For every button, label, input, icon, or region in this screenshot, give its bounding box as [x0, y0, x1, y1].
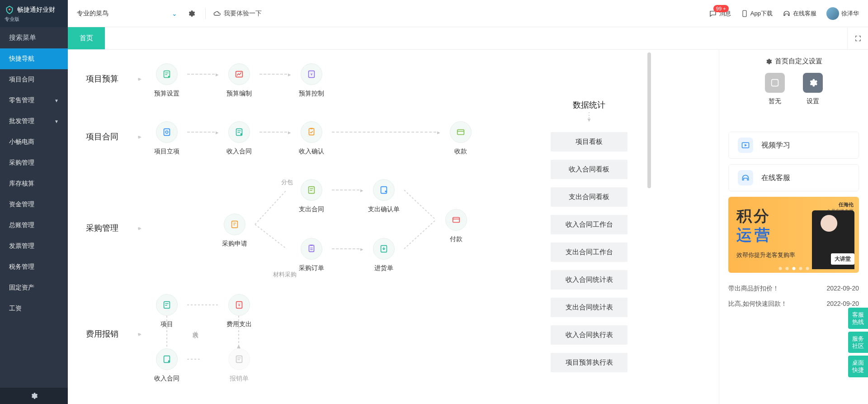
news-item[interactable]: 比高,如何快速回款！2022-09-20 [728, 296, 859, 312]
headset-icon [738, 170, 753, 185]
sidebar-item-fund[interactable]: 资金管理 [0, 194, 68, 215]
sidebar-item-retail[interactable]: 零售管理▼ [0, 90, 68, 111]
node-purchase-request[interactable]: 采购申请 [214, 214, 255, 248]
play-icon [738, 138, 753, 153]
svg-text:¥: ¥ [238, 303, 241, 307]
sidebar-item-project-contract[interactable]: 项目合同 [0, 69, 68, 90]
svg-rect-20 [453, 218, 460, 223]
stat-income-workbench[interactable]: 收入合同工作台 [551, 215, 627, 234]
phone-icon [741, 10, 748, 18]
stat-budget-exec[interactable]: 项目预算执行表 [551, 353, 627, 372]
sidebar-item-inventory[interactable]: 库存核算 [0, 173, 68, 194]
stat-expense-board[interactable]: 支出合同看板 [551, 187, 627, 207]
sidebar-item-ecommerce[interactable]: 小畅电商 [0, 132, 68, 152]
svg-point-0 [9, 9, 10, 10]
node-expense-confirm[interactable]: 支出确认单 [363, 179, 404, 214]
node-payment[interactable]: 付款 [436, 209, 476, 243]
news-item[interactable]: 带出商品折扣价！2022-09-20 [728, 281, 859, 296]
stat-income-exec[interactable]: 收入合同执行表 [551, 325, 627, 345]
node-reimburse[interactable]: 报销单 [219, 348, 259, 383]
online-support-button[interactable]: 在线客服 [783, 10, 816, 18]
carousel-dots[interactable] [778, 267, 809, 270]
annot-relation: 关联 [192, 327, 200, 328]
avatar [826, 7, 839, 20]
try-demo-button[interactable]: 我要体验一下 [213, 10, 262, 18]
messages-badge: 99 + [713, 5, 729, 12]
float-community[interactable]: 服务社区 [848, 332, 868, 353]
tile-none[interactable]: 暂无 [765, 73, 785, 105]
sidebar-item-salary[interactable]: 工资 [0, 298, 68, 319]
sidebar-search[interactable]: 搜索菜单 [0, 27, 68, 48]
stat-project-board[interactable]: 项目看板 [551, 132, 627, 152]
sidebar-item-invoice[interactable]: 发票管理 [0, 236, 68, 257]
link-online-support[interactable]: 在线客服 [728, 164, 859, 191]
svg-rect-14 [231, 221, 237, 228]
headset-icon [783, 10, 791, 18]
node-goods-receipt[interactable]: 进货单 [363, 238, 404, 272]
stat-income-board[interactable]: 收入合同看板 [551, 160, 627, 179]
app-download-button[interactable]: App下载 [741, 10, 773, 18]
node-income-confirm[interactable]: 收入确认 [291, 121, 332, 156]
float-hotline[interactable]: 客服热线 [848, 308, 868, 329]
node-income-contract-2[interactable]: 收入合同 [146, 348, 187, 383]
user-menu[interactable]: 徐泽华 [826, 7, 859, 20]
node-receipt[interactable]: 收款 [440, 121, 481, 156]
gear-icon [187, 10, 195, 18]
node-expense-out[interactable]: ¥费用支出 [219, 294, 259, 328]
float-desktop[interactable]: 桌面快捷 [848, 356, 868, 377]
node-purchase-order[interactable]: 采购订单 [291, 238, 332, 272]
chevron-down-icon: ⌄ [172, 10, 177, 17]
row-arrow-icon: ▪▪▸ [137, 121, 140, 140]
sidebar-settings-button[interactable] [0, 388, 68, 404]
brand: 畅捷通好业财 专业版 [0, 0, 68, 27]
brand-name: 畅捷通好业财 [17, 6, 55, 14]
svg-point-10 [240, 133, 242, 135]
svg-rect-18 [310, 245, 313, 246]
stats-arrow-icon: ⋮▼ [551, 113, 627, 122]
divider [205, 8, 206, 19]
tenant-settings-button[interactable] [184, 10, 198, 18]
node-project-create[interactable]: 项目立项 [146, 121, 187, 156]
link-video-learn[interactable]: 视频学习 [728, 132, 859, 159]
promo-banner[interactable]: 积分 运营 效帮你提升老客复购率 任海伦会员实践专家 大讲堂 [728, 197, 859, 273]
gear-icon [30, 392, 38, 400]
stat-expense-workbench[interactable]: 支出合同工作台 [551, 242, 627, 262]
right-panel: 首页自定义设置 暂无 设置 视频学习 在线客服 积分 运营 效帮你提升老客复购率… [719, 50, 868, 404]
fullscreen-toggle[interactable] [847, 27, 868, 50]
scrollbar[interactable] [647, 52, 651, 188]
tile-settings[interactable]: 设置 [803, 73, 823, 105]
svg-rect-27 [771, 80, 778, 86]
node-project[interactable]: 项目 [146, 294, 187, 328]
expand-icon [854, 35, 862, 42]
sidebar-item-quicknav[interactable]: 快捷导航 [0, 48, 68, 69]
tab-home[interactable]: 首页 [68, 27, 105, 49]
stat-expense-report[interactable]: 支出合同统计表 [551, 298, 627, 317]
sidebar-item-asset[interactable]: 固定资产 [0, 277, 68, 298]
sidebar-item-purchase[interactable]: 采购管理 [0, 152, 68, 173]
node-expense-contract[interactable]: 支出合同 [291, 179, 332, 214]
sidebar-item-wholesale[interactable]: 批发管理▼ [0, 111, 68, 132]
brand-icon [5, 5, 14, 15]
svg-rect-1 [743, 10, 746, 16]
placeholder-icon [765, 73, 785, 93]
main-content: 项目预算 ▪▪▸ 预算设置 预算编制 ¥预算控制 项目合同 ▪▪▸ 项目立项 收… [68, 50, 651, 404]
float-tabs: 客服热线 服务社区 桌面快捷 [848, 308, 868, 377]
user-name: 徐泽华 [841, 10, 859, 18]
sidebar-item-tax[interactable]: 税务管理 [0, 257, 68, 277]
gear-icon [765, 58, 772, 65]
node-budget-setup[interactable]: 预算设置 [146, 63, 187, 98]
tenant-selector[interactable]: 专业的菜鸟 ⌄ [77, 10, 177, 18]
node-income-contract[interactable]: 收入合同 [219, 121, 259, 156]
news-list: 带出商品折扣价！2022-09-20 比高,如何快速回款！2022-09-20 [728, 281, 859, 312]
node-budget-compile[interactable]: 预算编制 [219, 63, 259, 98]
svg-rect-26 [236, 356, 242, 363]
node-budget-control[interactable]: ¥预算控制 [291, 63, 332, 98]
messages-button[interactable]: 99 + 消息 [709, 10, 731, 18]
cloud-icon [213, 10, 221, 18]
svg-rect-11 [309, 128, 314, 135]
row-arrow-icon: ▪▪▸ [137, 294, 140, 337]
sidebar-item-ledger[interactable]: 总账管理 [0, 215, 68, 236]
rpanel-head[interactable]: 首页自定义设置 [728, 57, 859, 66]
stat-income-report[interactable]: 收入合同统计表 [551, 270, 627, 290]
row-arrow-icon: ▪▪▸ [137, 63, 140, 82]
